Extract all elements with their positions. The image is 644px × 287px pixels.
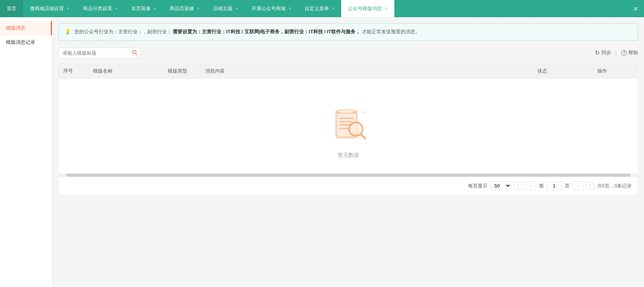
close-tab-template[interactable]: × [385,6,388,11]
tab-weshop[interactable]: 微商城店铺设置 × [23,0,76,17]
tab-template[interactable]: 公众号模版消息 × [341,0,394,17]
scrollbar-area[interactable] [59,174,638,177]
tab-home[interactable]: 首页 [0,0,23,17]
scrollbar-thumb[interactable] [66,174,630,177]
sync-icon: ↻ [595,49,600,56]
col-header-name: 模版名称 [89,64,163,78]
help-icon: ? [621,50,627,56]
sidebar-item-template-log[interactable]: 模版消息记录 [0,35,52,49]
notice-text-highlight: 需要设置为：主营行业：IT科技 / 互联网|电子商务，副营行业：IT科技 / I… [173,29,360,34]
col-header-status: 状态 [533,64,593,78]
sidebar: 模版消息 模版消息记录 [0,17,52,287]
tab-category[interactable]: 商品分类设置 × [76,0,124,17]
close-tab-product[interactable]: × [197,6,200,11]
close-all-button[interactable]: ✕ [627,0,644,17]
sync-button[interactable]: ↻ 同步 [595,49,611,56]
bulb-icon: 💡 [65,29,71,34]
close-tab-theme[interactable]: × [235,6,238,11]
page-label: 页 [565,183,570,189]
search-input-wrap [58,48,141,58]
actions-divider: | [616,50,617,56]
close-tab-weshop[interactable]: × [67,6,70,11]
col-header-seq: 序号 [59,64,89,78]
layout: 模版消息 模版消息记录 💡 您的公众号行业为：主营行业：，副营行业： 需要设置为… [0,17,644,287]
close-tab-homepage[interactable]: × [154,6,156,11]
search-bar: ↻ 同步 | ? 帮助 [58,48,638,58]
empty-text: 暂无数据 [338,152,359,159]
last-page-button[interactable]: ⟩ [586,182,594,190]
svg-line-1 [136,54,137,55]
close-tab-openstore[interactable]: × [289,6,291,11]
pagination: 每页显示 50 10 20 100 ⟨ ＜ 第 页 ＞ ⟩ 共0页，0条记录 [59,177,638,195]
table: 序号 模版名称 模版类型 消息内容 状态 操作 [58,64,638,195]
tab-homepage[interactable]: 首页装修 × [124,0,163,17]
col-header-content: 消息内容 [201,64,533,78]
notice-text-prefix: 您的公众号行业为：主营行业：，副营行业： [74,29,172,34]
tab-product[interactable]: 商品页装修 × [163,0,206,17]
svg-point-14 [362,111,364,113]
top-nav: 首页 微商城店铺设置 × 商品分类设置 × 首页装修 × 商品页装修 × 店铺主… [0,0,644,17]
svg-point-16 [361,108,362,109]
empty-illustration [326,101,371,146]
page-size-label: 每页显示 [468,183,487,189]
svg-point-15 [366,109,367,110]
svg-point-10 [338,110,355,113]
close-tab-custommenu[interactable]: × [332,6,335,11]
close-tab-category[interactable]: × [115,6,118,11]
notice-box: 💡 您的公众号行业为：主营行业：，副营行业： 需要设置为：主营行业：IT科技 /… [58,23,638,41]
page-prefix: 第 [539,183,544,189]
tab-theme[interactable]: 店铺主题 × [206,0,245,17]
main-content: 💡 您的公众号行业为：主营行业：，副营行业： 需要设置为：主营行业：IT科技 /… [52,17,644,287]
prev-page-button[interactable]: ＜ [525,181,536,190]
search-input[interactable] [58,48,141,58]
tab-custommenu[interactable]: 自定义菜单 × [298,0,341,17]
page-size-select[interactable]: 50 10 20 100 [490,181,511,190]
table-header: 序号 模版名称 模版类型 消息内容 状态 操作 [59,64,638,79]
total-info: 共0页，0条记录 [597,183,632,189]
col-header-action: 操作 [593,64,638,78]
svg-point-12 [351,125,360,134]
search-icon[interactable] [132,49,138,57]
search-actions: ↻ 同步 | ? 帮助 [595,49,638,56]
page-input[interactable] [547,182,562,190]
empty-state: 暂无数据 [59,79,638,174]
svg-line-13 [361,134,365,138]
help-button[interactable]: ? 帮助 [621,49,638,56]
notice-text-suffix: 才能正常发送预置的消息。 [362,29,420,34]
sidebar-item-template-msg[interactable]: 模版消息 [0,21,52,35]
next-page-button[interactable]: ＞ [573,181,583,190]
tab-openstore[interactable]: 开通公众号商城 × [245,0,298,17]
col-header-type: 模版类型 [163,64,201,78]
first-page-button[interactable]: ⟨ [514,182,522,190]
